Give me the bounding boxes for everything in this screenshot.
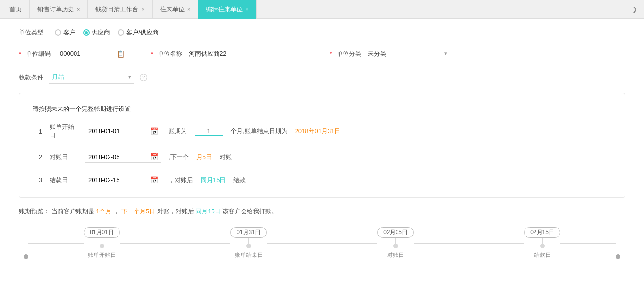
period-date-3-input[interactable] bbox=[88, 177, 147, 184]
preview-text: 账期预览： 当前客户账期是 1个月 ， 下一个月5日 对账，对账后 同月15日 … bbox=[19, 207, 625, 216]
tab-home-label: 首页 bbox=[9, 5, 22, 14]
unit-code-input[interactable] bbox=[57, 48, 114, 59]
radio-supplier-label: 供应商 bbox=[92, 28, 110, 37]
tab-edit-partner-close[interactable]: × bbox=[246, 7, 248, 12]
period-date-1-wrap: 📅 bbox=[85, 126, 161, 137]
unit-type-row: 单位类型 客户 供应商 客户/供应商 bbox=[19, 28, 625, 37]
unit-name-group: * 单位名称 bbox=[151, 48, 290, 59]
unit-category-label: 单位分类 bbox=[337, 50, 361, 58]
period-setup-box: 请按照未来的一个完整帐期进行设置 1 账单开始日 📅 账期为 个月,账单结束日期… bbox=[19, 93, 625, 198]
payment-condition-select[interactable]: 月结 ▾ bbox=[49, 71, 134, 84]
period-desc-2-prefix: ,下一个 bbox=[169, 153, 189, 161]
radio-customer-circle bbox=[55, 29, 61, 36]
tab-edit-partner-label: 编辑往来单位 bbox=[206, 5, 243, 14]
tab-cash-work[interactable]: 钱货日清工作台 × bbox=[88, 0, 152, 19]
period-desc-3-highlight: 同月15日 bbox=[201, 176, 226, 185]
main-content: 单位类型 客户 供应商 客户/供应商 * 单位编码 📋 bbox=[0, 19, 644, 287]
period-row-1: 1 账单开始日 📅 账期为 个月,账单结束日期为 2018年01月31日 bbox=[33, 123, 611, 140]
timeline-line-2 bbox=[120, 243, 230, 244]
timeline-node-3: 02月05日 对账日 bbox=[377, 227, 414, 259]
timeline-connector-2 bbox=[248, 238, 249, 244]
timeline-label-1: 账单开始日 bbox=[88, 251, 116, 259]
period-box-title: 请按照未来的一个完整帐期进行设置 bbox=[33, 105, 611, 113]
period-date-2-input[interactable] bbox=[88, 153, 147, 160]
tab-edit-partner[interactable]: 编辑往来单位 × bbox=[198, 0, 256, 19]
period-num-1: 1 bbox=[33, 128, 42, 135]
timeline-label-4: 结款日 bbox=[534, 251, 551, 259]
preview-text-mid1: ， bbox=[113, 208, 119, 215]
unit-type-label: 单位类型 bbox=[19, 28, 43, 37]
period-date-3-wrap: 📅 bbox=[85, 174, 161, 186]
timeline: 01月01日 账单开始日 01月31日 账单结束日 02月05日 对账日 bbox=[19, 227, 625, 259]
timeline-badge-4: 02月15日 bbox=[524, 227, 560, 238]
period-desc-prefix-1: 账期为 bbox=[169, 127, 187, 135]
timeline-label-3: 对账日 bbox=[387, 251, 404, 259]
timeline-badge-3: 02月05日 bbox=[377, 227, 414, 238]
timeline-dot-4 bbox=[540, 244, 545, 248]
timeline-line-3 bbox=[267, 243, 377, 244]
tab-sales-history[interactable]: 销售订单历史 × bbox=[30, 0, 88, 19]
period-row-2: 2 对账日 📅 ,下一个月5日 对账 bbox=[33, 151, 611, 163]
tab-cash-work-close[interactable]: × bbox=[141, 7, 144, 12]
tab-bar: 首页 销售订单历史 × 钱货日清工作台 × 往来单位 × 编辑往来单位 × ❯ bbox=[0, 0, 644, 19]
period-end-date-highlight: 2018年01月31日 bbox=[295, 127, 341, 135]
timeline-node-4: 02月15日 结款日 bbox=[524, 227, 560, 259]
period-desc-3-prefix: ，对账后 bbox=[169, 176, 193, 185]
unit-category-value: 未分类 bbox=[368, 50, 441, 58]
preview-label: 账期预览： bbox=[19, 208, 50, 215]
radio-customer[interactable]: 客户 bbox=[55, 28, 76, 37]
period-date-3-calendar-icon[interactable]: 📅 bbox=[150, 176, 158, 184]
unit-category-required: * bbox=[330, 51, 332, 58]
timeline-badge-1: 01月01日 bbox=[84, 227, 120, 238]
period-field-label-2: 对账日 bbox=[50, 153, 78, 161]
radio-both[interactable]: 客户/供应商 bbox=[118, 28, 159, 37]
tab-sales-history-close[interactable]: × bbox=[77, 7, 80, 12]
period-date-1-calendar-icon[interactable]: 📅 bbox=[150, 127, 158, 135]
radio-customer-label: 客户 bbox=[63, 28, 76, 37]
tab-partner-close[interactable]: × bbox=[187, 7, 190, 12]
tab-sales-history-label: 销售订单历史 bbox=[37, 5, 74, 14]
tab-cash-work-label: 钱货日清工作台 bbox=[95, 5, 138, 14]
period-date-2-calendar-icon[interactable]: 📅 bbox=[150, 153, 158, 160]
unit-code-input-wrap: 📋 bbox=[54, 46, 139, 61]
timeline-end-dot bbox=[616, 254, 620, 259]
payment-condition-label: 收款条件 bbox=[19, 73, 43, 82]
tab-home[interactable]: 首页 bbox=[4, 0, 30, 19]
period-date-2-wrap: 📅 bbox=[85, 151, 161, 163]
period-date-1-input[interactable] bbox=[88, 127, 147, 135]
timeline-dot-1 bbox=[100, 244, 104, 248]
timeline-line-4 bbox=[414, 243, 524, 244]
payment-condition-row: 收款条件 月结 ▾ ? bbox=[19, 71, 625, 84]
radio-supplier-circle bbox=[83, 29, 90, 36]
tab-expand-button[interactable]: ❯ bbox=[629, 6, 640, 13]
timeline-start-circle bbox=[24, 254, 28, 259]
preview-text-before1: 当前客户账期是 bbox=[51, 208, 94, 215]
unit-category-select[interactable]: 未分类 ▾ bbox=[365, 48, 450, 60]
preview-highlight-3: 同月15日 bbox=[195, 208, 220, 215]
radio-group-unit-type: 客户 供应商 客户/供应商 bbox=[55, 28, 159, 37]
period-row-3: 3 结款日 📅 ，对账后同月15日 结款 bbox=[33, 174, 611, 186]
tab-partner[interactable]: 往来单位 × bbox=[153, 0, 198, 19]
unit-name-input[interactable] bbox=[186, 48, 290, 59]
preview-highlight-2: 下一个月5日 bbox=[121, 208, 155, 215]
period-field-label-1: 账单开始日 bbox=[50, 123, 78, 140]
unit-info-row: * 单位编码 📋 * 单位名称 * 单位分类 未分类 ▾ bbox=[19, 46, 625, 61]
timeline-connector-3 bbox=[395, 238, 396, 244]
preview-section: 账期预览： 当前客户账期是 1个月 ， 下一个月5日 对账，对账后 同月15日 … bbox=[19, 207, 625, 269]
preview-text-end: 该客户会给我打款。 bbox=[222, 208, 278, 215]
payment-chevron-icon: ▾ bbox=[128, 74, 131, 80]
timeline-line-5 bbox=[560, 243, 616, 244]
unit-code-icon[interactable]: 📋 bbox=[117, 50, 125, 58]
unit-name-label: 单位名称 bbox=[158, 50, 182, 58]
period-months-input[interactable] bbox=[195, 127, 223, 136]
period-desc-2-highlight: 月5日 bbox=[196, 153, 212, 161]
unit-category-group: * 单位分类 未分类 ▾ bbox=[330, 48, 450, 60]
period-desc-2-suffix: 对账 bbox=[220, 153, 232, 161]
unit-code-required: * bbox=[19, 51, 21, 58]
period-field-label-3: 结款日 bbox=[50, 176, 78, 185]
radio-supplier[interactable]: 供应商 bbox=[83, 28, 110, 37]
unit-code-label: 单位编码 bbox=[26, 50, 51, 58]
unit-name-required: * bbox=[151, 51, 153, 58]
help-icon[interactable]: ? bbox=[140, 74, 147, 81]
timeline-dot-3 bbox=[393, 244, 398, 248]
